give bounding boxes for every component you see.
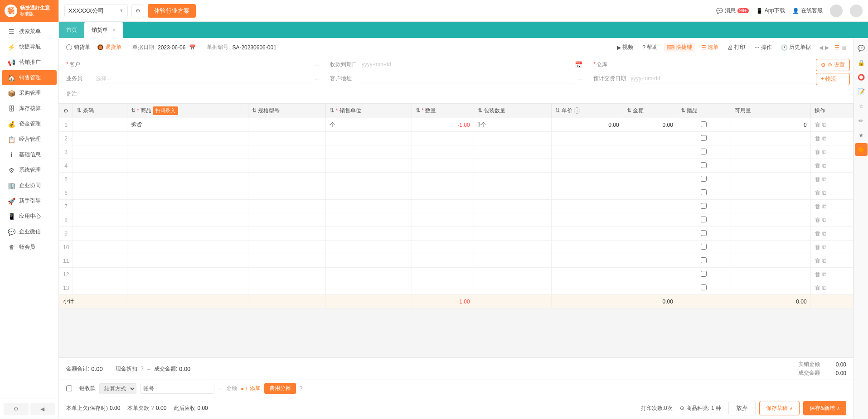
sidebar-item-enterprise[interactable]: 🏢 企业协同 [2, 178, 57, 193]
tab-home[interactable]: 首页 [59, 22, 84, 38]
customer-more-icon[interactable]: ··· [315, 62, 319, 68]
abandon-button[interactable]: 放弃 [728, 401, 756, 415]
operate-btn[interactable]: ⋯ 操作 [752, 43, 775, 52]
sidebar-item-basic[interactable]: ℹ 基础信息 [2, 147, 57, 162]
delete-icon[interactable]: 🗑 [815, 162, 820, 169]
due-date-input[interactable] [360, 60, 572, 69]
sidebar-item-system[interactable]: ⚙ 系统管理 [2, 163, 57, 178]
salesperson-more-icon[interactable]: ··· [315, 76, 319, 82]
save-draft-button[interactable]: 保存草稿 ∧ [759, 401, 800, 415]
salesperson-input[interactable] [94, 74, 312, 83]
sidebar-item-inventory[interactable]: 🗄 库存核算 [2, 101, 57, 116]
radio-return-order[interactable]: 退货单 [97, 43, 121, 51]
copy-icon[interactable]: ⧉ [822, 244, 826, 251]
copy-icon[interactable]: ⧉ [822, 135, 826, 142]
copy-icon[interactable]: ⧉ [822, 162, 826, 169]
grid-view-icon[interactable]: ▦ [841, 44, 846, 51]
delete-icon[interactable]: 🗑 [815, 230, 820, 237]
select-order-btn[interactable]: ☰ 选单 [698, 43, 721, 52]
copy-icon[interactable]: ⧉ [822, 271, 826, 278]
expected-date-input[interactable] [629, 74, 836, 83]
print-btn[interactable]: 🖨 打印 [725, 43, 748, 52]
float-btn-8[interactable]: 🔶 [855, 143, 868, 156]
logistics-button[interactable]: + 物流 [816, 73, 850, 85]
sidebar-item-wechat[interactable]: 💬 企业微信 [2, 224, 57, 239]
delete-icon[interactable]: 🗑 [815, 257, 820, 265]
float-btn-3[interactable]: ⭕ [855, 71, 868, 83]
float-btn-1[interactable]: 💬 [855, 42, 868, 54]
user-avatar-2[interactable] [850, 5, 863, 17]
cash-discount-help-icon[interactable]: ? [141, 366, 144, 372]
copy-icon[interactable]: ⧉ [822, 189, 826, 197]
delete-icon[interactable]: 🗑 [815, 284, 820, 292]
short-help-icon[interactable]: ? [151, 405, 154, 411]
nav-next-icon[interactable]: ▶ [825, 44, 829, 51]
settings-button[interactable]: ⚙ [131, 5, 144, 17]
tab-close-icon[interactable]: × [112, 27, 116, 33]
sidebar-item-shortcut[interactable]: ⚡ 快捷导航 [2, 39, 57, 54]
radio-sales-order[interactable]: 销货单 [66, 43, 90, 51]
float-btn-2[interactable]: 🔒 [855, 56, 868, 69]
delete-icon[interactable]: 🗑 [815, 244, 820, 251]
copy-icon[interactable]: ⧉ [822, 257, 826, 265]
delete-icon[interactable]: 🗑 [815, 217, 820, 224]
trial-button[interactable]: 体验行业方案 [148, 4, 196, 18]
copy-icon[interactable]: ⧉ [822, 149, 826, 156]
sidebar-settings-btn[interactable]: ⚙ [4, 403, 29, 415]
add-button[interactable]: ● + 添加 [241, 385, 261, 392]
customer-input[interactable] [94, 60, 312, 69]
addr-more-icon[interactable]: ··· [578, 76, 582, 82]
th-settings[interactable]: ⚙ [59, 104, 73, 118]
cell-qty[interactable]: -1.00 [412, 118, 474, 132]
copy-icon[interactable]: ⧉ [822, 230, 826, 237]
sidebar-item-purchase[interactable]: 📦 采购管理 [2, 86, 57, 101]
scan-button[interactable]: 扫码录入 [153, 106, 178, 115]
video-btn[interactable]: ▶ 视频 [614, 43, 636, 52]
sidebar-collapse-btn[interactable]: ◀ [30, 403, 55, 415]
shortcut-btn[interactable]: ⌨ 快捷键 [664, 43, 695, 52]
company-selector[interactable]: XXXXXX公司 ▼ [64, 5, 128, 17]
sidebar-item-marketing[interactable]: 📢 营销推广 [2, 55, 57, 70]
save-new-button[interactable]: 保存&新增 ∧ [803, 401, 846, 415]
delete-icon[interactable]: 🗑 [815, 203, 820, 210]
remark-input[interactable] [82, 90, 846, 98]
float-btn-6[interactable]: ✏ [855, 114, 868, 127]
calendar-icon[interactable]: 📅 [189, 44, 196, 51]
sidebar-item-operations[interactable]: 📋 经营管理 [2, 132, 57, 147]
delete-icon[interactable]: 🗑 [815, 176, 820, 183]
cell-gift[interactable] [677, 118, 731, 132]
app-download-button[interactable]: 📱 App下载 [756, 7, 785, 14]
delete-row-icon[interactable]: 🗑 [815, 121, 820, 129]
sidebar-item-guide[interactable]: 🚀 新手引导 [2, 193, 57, 208]
float-btn-4[interactable]: 📝 [855, 85, 868, 98]
delete-icon[interactable]: 🗑 [815, 135, 820, 142]
history-btn[interactable]: 🕐 历史单据 [778, 43, 814, 52]
price-info-icon[interactable]: i [574, 107, 580, 114]
one-click-pay-check[interactable]: 一键收款 [66, 385, 96, 392]
sidebar-item-member[interactable]: ♛ 畅会员 [2, 240, 57, 255]
copy-icon[interactable]: ⧉ [822, 217, 826, 224]
message-button[interactable]: 💬 消息 99+ [716, 7, 749, 14]
copy-icon[interactable]: ⧉ [822, 176, 826, 183]
sidebar-item-sales[interactable]: 🏠 销售管理 [2, 70, 57, 85]
cell-amount[interactable]: 0.00 [623, 118, 677, 132]
float-btn-5[interactable]: ☆ [855, 100, 868, 112]
list-view-icon[interactable]: ☰ [834, 44, 839, 51]
warehouse-input[interactable]: 建材仓 [621, 60, 839, 69]
copy-row-icon[interactable]: ⧉ [822, 121, 826, 129]
sidebar-item-search[interactable]: ☰ 搜索菜单 [2, 24, 57, 39]
account-input[interactable] [140, 384, 214, 394]
tab-sales-order[interactable]: 销货单 × [84, 22, 123, 38]
delete-icon[interactable]: 🗑 [815, 149, 820, 156]
user-avatar[interactable] [830, 5, 843, 17]
cell-price[interactable]: 0.00 [552, 118, 623, 132]
nav-prev-icon[interactable]: ◀ [819, 44, 823, 51]
help-btn[interactable]: ? 帮助 [640, 43, 660, 52]
copy-icon[interactable]: ⧉ [822, 284, 826, 292]
calc-method-select[interactable]: 结算方式 [99, 383, 136, 394]
account-more-icon[interactable]: ··· [218, 385, 223, 392]
due-date-calendar-icon[interactable]: 📅 [575, 61, 582, 68]
delete-icon[interactable]: 🗑 [815, 189, 820, 197]
online-service-button[interactable]: 👤 在线客服 [792, 7, 823, 14]
cell-barcode[interactable] [73, 118, 127, 132]
